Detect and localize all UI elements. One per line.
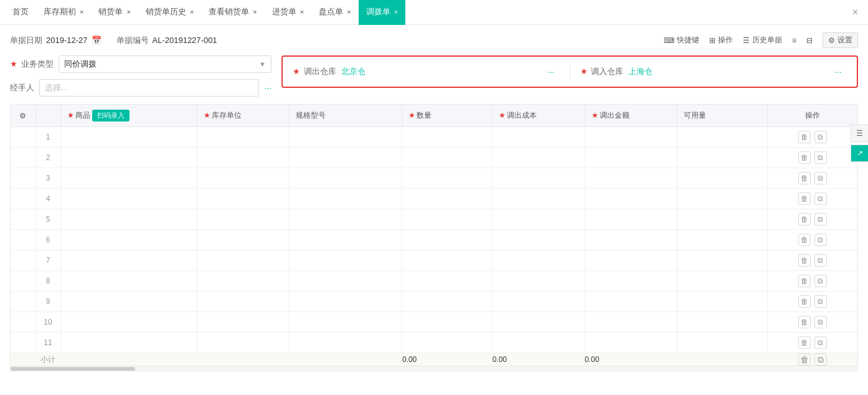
row-cost-cell[interactable] (493, 230, 585, 250)
row-qty-cell[interactable] (402, 209, 493, 230)
tab-sales-history-close[interactable]: × (190, 8, 194, 16)
out-warehouse-value[interactable]: 北京仓 (341, 66, 366, 77)
row-spec-cell[interactable] (290, 230, 402, 250)
row-copy-icon[interactable]: ⧉ (814, 295, 827, 308)
row-qty-cell[interactable] (402, 312, 493, 333)
layout-button2[interactable]: ⊟ (806, 36, 813, 45)
tab-inventory-init-close[interactable]: × (80, 8, 83, 16)
shortcut-button[interactable]: ⌨ 快捷键 (664, 35, 699, 45)
row-unit-cell[interactable] (197, 230, 290, 250)
row-cost-cell[interactable] (493, 250, 585, 271)
row-delete-icon[interactable]: 🗑 (798, 234, 811, 246)
out-warehouse-more-icon[interactable]: ··· (542, 67, 560, 77)
row-qty-cell[interactable] (402, 148, 493, 168)
tab-inventory-init[interactable]: 库存期初 × (36, 0, 91, 25)
tab-sales-order-close[interactable]: × (126, 8, 130, 16)
row-spec-cell[interactable] (290, 189, 402, 209)
row-product-cell[interactable] (60, 333, 197, 353)
row-qty-cell[interactable] (402, 168, 493, 189)
row-unit-cell[interactable] (197, 333, 290, 353)
row-qty-cell[interactable] (402, 230, 493, 250)
row-cost-cell[interactable] (493, 292, 585, 312)
row-copy-icon[interactable]: ⧉ (814, 172, 827, 184)
row-copy-icon[interactable]: ⧉ (814, 316, 827, 328)
subtotal-copy-icon[interactable]: ⧉ (814, 353, 827, 366)
scan-button[interactable]: 扫码录入 (92, 110, 130, 121)
right-tool-export[interactable]: ↗ (851, 145, 868, 162)
row-delete-icon[interactable]: 🗑 (798, 295, 811, 308)
tab-purchase-order[interactable]: 进货单 × (265, 0, 311, 25)
tab-transfer-order[interactable]: 调拨单 × (359, 0, 405, 25)
row-spec-cell[interactable] (290, 271, 402, 292)
row-delete-icon[interactable]: 🗑 (798, 336, 811, 349)
tab-inventory-check-close[interactable]: × (347, 8, 351, 16)
row-cost-cell[interactable] (493, 148, 585, 168)
row-delete-icon[interactable]: 🗑 (798, 172, 811, 184)
row-qty-cell[interactable] (402, 127, 493, 148)
row-copy-icon[interactable]: ⧉ (814, 193, 827, 205)
right-tool-list[interactable]: ☰ (851, 125, 868, 142)
row-amount-cell[interactable] (585, 333, 677, 353)
calendar-icon[interactable]: 📅 (92, 36, 101, 45)
row-product-cell[interactable] (60, 230, 197, 250)
in-warehouse-more-icon[interactable]: ··· (829, 67, 847, 77)
tab-sales-order[interactable]: 销货单 × (91, 0, 138, 25)
row-gear-icon[interactable] (11, 209, 35, 230)
row-product-cell[interactable] (60, 250, 197, 271)
row-amount-cell[interactable] (585, 230, 677, 250)
row-gear-icon[interactable] (11, 312, 35, 333)
tab-home[interactable]: 首页 (5, 0, 36, 25)
handler-input[interactable]: 选择... (39, 79, 259, 97)
row-amount-cell[interactable] (585, 209, 677, 230)
row-product-cell[interactable] (60, 312, 197, 333)
row-qty-cell[interactable] (402, 271, 493, 292)
row-cost-cell[interactable] (493, 271, 585, 292)
row-gear-icon[interactable] (11, 271, 35, 292)
row-product-cell[interactable] (60, 292, 197, 312)
layout-button1[interactable]: ≡ (792, 36, 796, 45)
row-amount-cell[interactable] (585, 312, 677, 333)
operation-button[interactable]: ⊞ 操作 (709, 35, 733, 45)
tab-transfer-order-close[interactable]: × (394, 8, 398, 16)
row-unit-cell[interactable] (197, 312, 290, 333)
row-cost-cell[interactable] (493, 168, 585, 189)
subtotal-delete-icon[interactable]: 🗑 (798, 353, 811, 366)
row-amount-cell[interactable] (585, 127, 677, 148)
row-gear-icon[interactable] (11, 333, 35, 353)
row-unit-cell[interactable] (197, 209, 290, 230)
row-copy-icon[interactable]: ⧉ (814, 131, 827, 143)
row-unit-cell[interactable] (197, 189, 290, 209)
row-product-cell[interactable] (60, 271, 197, 292)
row-copy-icon[interactable]: ⧉ (814, 254, 827, 267)
tab-purchase-order-close[interactable]: × (300, 8, 304, 16)
row-gear-icon[interactable] (11, 250, 35, 271)
row-spec-cell[interactable] (290, 148, 402, 168)
row-cost-cell[interactable] (493, 312, 585, 333)
in-warehouse-value[interactable]: 上海仓 (628, 66, 653, 77)
row-qty-cell[interactable] (402, 250, 493, 271)
row-cost-cell[interactable] (493, 189, 585, 209)
row-delete-icon[interactable]: 🗑 (798, 193, 811, 205)
row-product-cell[interactable] (60, 168, 197, 189)
row-copy-icon[interactable]: ⧉ (814, 213, 827, 226)
row-unit-cell[interactable] (197, 271, 290, 292)
row-product-cell[interactable] (60, 148, 197, 168)
row-qty-cell[interactable] (402, 292, 493, 312)
row-unit-cell[interactable] (197, 148, 290, 168)
business-type-input[interactable]: 同价调拨 ▼ (59, 55, 271, 73)
window-close-button[interactable]: × (847, 7, 863, 18)
row-qty-cell[interactable] (402, 189, 493, 209)
row-amount-cell[interactable] (585, 250, 677, 271)
row-gear-icon[interactable] (11, 148, 35, 168)
row-amount-cell[interactable] (585, 168, 677, 189)
row-product-cell[interactable] (60, 209, 197, 230)
row-unit-cell[interactable] (197, 250, 290, 271)
row-spec-cell[interactable] (290, 333, 402, 353)
settings-button[interactable]: ⚙ 设置 (823, 32, 858, 48)
row-gear-icon[interactable] (11, 189, 35, 209)
tab-sales-history[interactable]: 销货单历史 × (138, 0, 201, 25)
handler-more-icon[interactable]: ··· (264, 83, 271, 93)
row-product-cell[interactable] (60, 189, 197, 209)
row-delete-icon[interactable]: 🗑 (798, 131, 811, 143)
row-delete-icon[interactable]: 🗑 (798, 151, 811, 164)
